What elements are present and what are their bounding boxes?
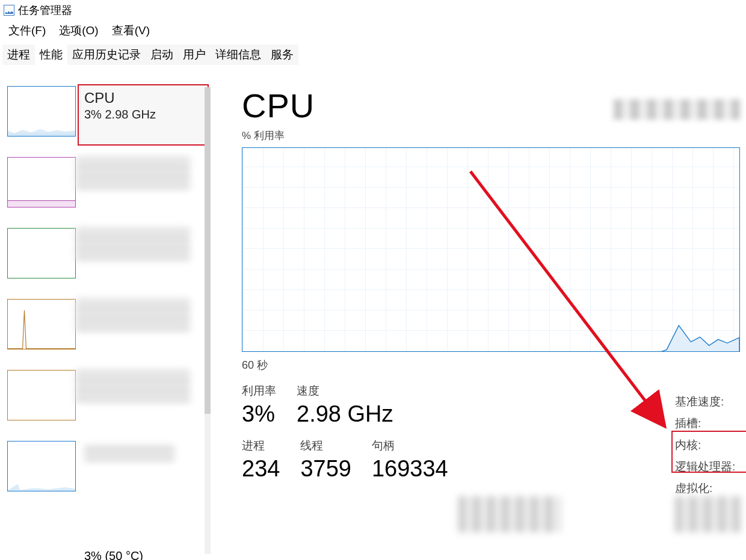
big-stats-2: 进程 234 线程 3759 句柄 169334: [242, 438, 740, 482]
stat-utilization: 利用率 3%: [242, 383, 276, 427]
sidebar-disk-blur: [76, 228, 190, 260]
main-area: CPU 3% 2.98 GHz: [0, 75, 746, 560]
sidebar-item-memory[interactable]: [7, 157, 212, 208]
x-axis-label: 60 秒: [242, 358, 740, 372]
uptime-blur: [458, 496, 561, 532]
stat-sockets: 插槽: 1: [675, 413, 746, 434]
stat-cores: 内核: 8: [675, 434, 746, 456]
stat-speed: 速度 2.98 GHz: [297, 383, 393, 427]
menu-view[interactable]: 查看(V): [112, 23, 150, 38]
stat-base-speed: 基准速度: 3.20 GHz: [675, 391, 746, 413]
sidebar: CPU 3% 2.98 GHz: [0, 75, 212, 560]
big-stats: 利用率 3% 速度 2.98 GHz: [242, 383, 740, 427]
tab-app-history[interactable]: 应用历史记录: [67, 45, 146, 65]
thumb-eth-1: [7, 299, 76, 349]
tab-details[interactable]: 详细信息: [211, 45, 266, 65]
stat-processes: 进程 234: [242, 438, 280, 482]
utilization-label: % 利用率: [242, 129, 740, 143]
thumb-eth-2: [7, 370, 76, 420]
sidebar-scrollbar-handle[interactable]: [205, 87, 211, 414]
tab-startup[interactable]: 启动: [146, 45, 178, 65]
stat-handles: 句柄 169334: [372, 438, 448, 482]
menu-file[interactable]: 文件(F): [8, 23, 46, 38]
thumb-memory: [7, 157, 76, 208]
stat-threads: 线程 3759: [300, 438, 351, 482]
cpu-chart[interactable]: [242, 147, 740, 352]
tab-performance[interactable]: 性能: [35, 45, 67, 65]
menu-options[interactable]: 选项(O): [59, 23, 98, 38]
tab-users[interactable]: 用户: [178, 45, 211, 65]
sidebar-eth2-blur: [76, 370, 190, 402]
sidebar-scrollbar[interactable]: [205, 87, 211, 554]
sidebar-cpu-title: CPU: [84, 90, 156, 106]
cpu-model-blur: [614, 99, 740, 120]
title-bar: 任务管理器: [0, 0, 746, 20]
sidebar-item-gpu[interactable]: [7, 441, 212, 491]
sidebar-cpu-sub: 3% 2.98 GHz: [84, 108, 156, 122]
cpu-chart-line: [242, 148, 739, 352]
right-stats: 基准速度: 3.20 GHz 插槽: 1 内核: 8 逻辑处理器: 16 虚拟化…: [675, 391, 746, 499]
tabs: 进程 性能 应用历史记录 启动 用户 详细信息 服务: [0, 45, 746, 65]
sidebar-eth1-blur: [76, 299, 190, 331]
thumb-gpu: [7, 441, 76, 491]
thumb-cpu: [7, 86, 76, 137]
tab-services[interactable]: 服务: [266, 45, 298, 65]
sidebar-gpu-title-blur: [84, 445, 174, 461]
thumb-disk: [7, 228, 76, 278]
sidebar-item-ethernet-1[interactable]: [7, 299, 212, 349]
tab-processes[interactable]: 进程: [2, 45, 35, 65]
app-icon: [4, 5, 14, 16]
sidebar-item-cpu[interactable]: CPU 3% 2.98 GHz: [7, 86, 212, 137]
detail-pane: CPU % 利用率 60 秒 利用率 3% 速度 2.98 GHz 进程 234: [212, 75, 746, 560]
sidebar-item-disk[interactable]: [7, 228, 212, 278]
sidebar-item-ethernet-2[interactable]: [7, 370, 212, 420]
stat-logical-processors: 逻辑处理器: 16: [675, 456, 746, 478]
cache-blur: [675, 496, 741, 532]
app-title: 任务管理器: [18, 3, 72, 17]
menu-bar: 文件(F) 选项(O) 查看(V): [0, 20, 746, 45]
sidebar-memory-blur: [76, 157, 190, 189]
sidebar-gpu-sub: 3% (50 °C): [84, 549, 143, 560]
